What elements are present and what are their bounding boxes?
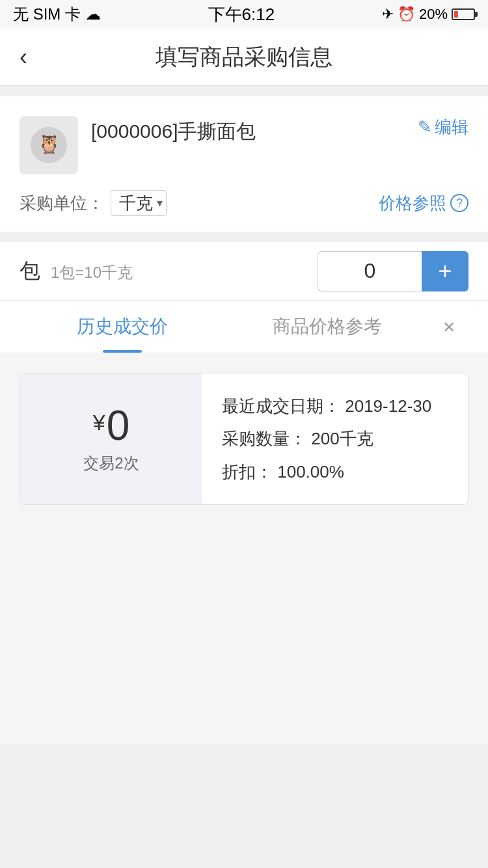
status-bar: 无 SIM 卡 ☁ 下午6:12 ✈ ⏰ 20% (0, 0, 488, 29)
recent-date-value: 2019-12-30 (345, 396, 431, 416)
qty-unit-sub: 1包=10千克 (51, 262, 133, 283)
product-image: 🦉 (20, 116, 78, 174)
price-ref-button[interactable]: 价格参照 ? (379, 192, 468, 215)
qty-left: 包 1包=10千克 (20, 257, 133, 286)
tab-close-button[interactable]: × (429, 301, 468, 353)
location-icon: ✈ (382, 6, 394, 23)
product-top: 🦉 [0000006]手撕面包 ✎ 编辑 (20, 116, 468, 174)
recent-date-row: 最近成交日期： 2019-12-30 (222, 394, 448, 418)
qty-plus-button[interactable]: + (422, 251, 468, 292)
product-card: 🦉 [0000006]手撕面包 ✎ 编辑 采购单位： 千克 价格参照 ? (0, 96, 488, 232)
tab-history-label: 历史成交价 (77, 314, 168, 339)
tab-price-ref-label: 商品价格参考 (273, 314, 382, 339)
qty-input[interactable]: 0 (318, 251, 422, 292)
nav-bar: ‹ 填写商品采购信息 (0, 29, 488, 86)
battery-percent: 20% (419, 6, 448, 23)
recent-date-label: 最近成交日期： (222, 396, 340, 416)
tabs-bar: 历史成交价 商品价格参考 × (0, 301, 488, 353)
status-left: 无 SIM 卡 ☁ (13, 4, 101, 25)
product-left: 🦉 [0000006]手撕面包 (20, 116, 256, 174)
product-unit-row: 采购单位： 千克 价格参照 ? (20, 190, 468, 216)
edit-button[interactable]: ✎ 编辑 (418, 116, 468, 139)
discount-label: 折扣： (222, 462, 273, 481)
product-name: [0000006]手撕面包 (91, 118, 256, 145)
help-icon: ? (450, 194, 468, 212)
back-button[interactable]: ‹ (20, 37, 34, 77)
edit-label: 编辑 (435, 116, 468, 139)
purchase-qty-label: 采购数量： (222, 429, 306, 448)
edit-icon: ✎ (418, 117, 432, 137)
history-card: ¥ 0 交易2次 最近成交日期： 2019-12-30 采购数量： 200千克 … (20, 373, 468, 505)
product-logo-icon: 🦉 (29, 126, 68, 165)
price-ref-label: 价格参照 (379, 192, 446, 215)
discount-value: 100.00% (277, 462, 344, 481)
history-details: 最近成交日期： 2019-12-30 采购数量： 200千克 折扣： 100.0… (202, 373, 468, 504)
unit-select-wrapper[interactable]: 千克 (111, 190, 167, 216)
sim-signal: 无 SIM 卡 ☁ (13, 4, 101, 25)
history-price-display: ¥ 0 (93, 405, 130, 446)
purchase-qty-value: 200千克 (311, 429, 373, 448)
discount-row: 折扣： 100.00% (222, 460, 448, 483)
alarm-icon: ⏰ (398, 6, 415, 23)
tab-product-price-ref[interactable]: 商品价格参考 (224, 301, 429, 353)
content-area: ¥ 0 交易2次 最近成交日期： 2019-12-30 采购数量： 200千克 … (0, 353, 488, 744)
status-time: 下午6:12 (208, 3, 275, 26)
unit-select[interactable]: 千克 (111, 190, 167, 216)
page-title: 填写商品采购信息 (156, 42, 332, 72)
qty-right: 0 + (318, 251, 468, 292)
qty-unit-main: 包 (20, 257, 40, 286)
svg-text:🦉: 🦉 (38, 133, 61, 155)
price-value: 0 (107, 405, 130, 446)
status-right: ✈ ⏰ 20% (382, 6, 475, 23)
unit-label: 采购单位： (20, 192, 104, 215)
quantity-section: 包 1包=10千克 0 + (0, 242, 488, 301)
unit-selector-area: 采购单位： 千克 (20, 190, 167, 216)
battery-icon (452, 8, 475, 20)
trade-count: 交易2次 (83, 453, 139, 474)
tab-history-price[interactable]: 历史成交价 (20, 301, 224, 353)
history-price-area: ¥ 0 交易2次 (20, 373, 202, 504)
product-info: [0000006]手撕面包 (91, 116, 256, 145)
purchase-qty-row: 采购数量： 200千克 (222, 427, 448, 450)
currency-symbol: ¥ (93, 410, 105, 435)
